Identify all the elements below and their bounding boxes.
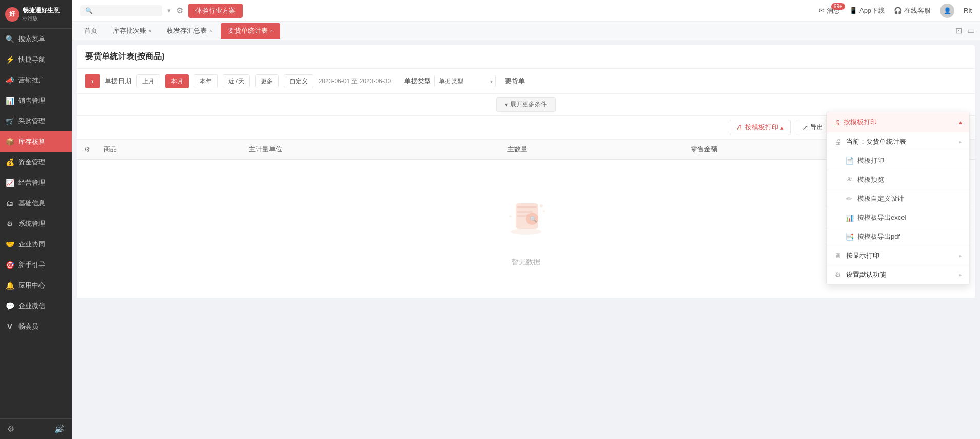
trial-button[interactable]: 体验行业方案	[188, 4, 243, 18]
dropdown-export-pdf[interactable]: 📑 按模板导出pdf	[827, 227, 969, 246]
date-range-display: 2023-06-01 至 2023-06-30	[319, 77, 391, 86]
sidebar-item-operations[interactable]: 📈 经营管理	[0, 173, 72, 193]
dropdown-template-print[interactable]: 📄 模板打印	[827, 151, 969, 170]
expand-icon: ▾	[505, 101, 508, 108]
tab-batch-account[interactable]: 库存批次账 ×	[106, 23, 159, 39]
export-button[interactable]: ↗ 导出	[796, 120, 830, 135]
col-goods: 商品	[97, 140, 243, 160]
dropdown-current-template[interactable]: 🖨 当前：要货单统计表 ▸	[827, 132, 969, 151]
search-icon: 🔍	[5, 34, 14, 44]
more-btn[interactable]: 更多	[255, 74, 279, 88]
mobile-icon: 📱	[849, 7, 857, 14]
topbar-search[interactable]: 🔍	[80, 5, 162, 16]
sidebar-item-sales[interactable]: 📊 销售管理	[0, 90, 72, 111]
prev-month-btn[interactable]: 上月	[136, 74, 160, 88]
sidebar-item-search[interactable]: 🔍 搜索菜单	[0, 29, 72, 49]
sidebar-item-purchase[interactable]: 🛒 采购管理	[0, 111, 72, 131]
sidebar-item-label: 搜索菜单	[18, 34, 45, 44]
dropdown-display-print[interactable]: 🖥 按显示打印 ▸	[827, 246, 969, 265]
preview-icon: 👁	[845, 176, 853, 184]
printer-small-icon: 🖨	[834, 138, 842, 146]
svg-point-9	[509, 215, 512, 217]
sidebar-item-app-center[interactable]: 🔔 应用中心	[0, 275, 72, 296]
this-year-btn[interactable]: 本年	[194, 74, 218, 88]
sidebar-item-finance[interactable]: 💰 资金管理	[0, 152, 72, 173]
printer-icon: 🖨	[736, 124, 743, 131]
expand-more-button[interactable]: ▾ 展开更多条件	[496, 97, 556, 112]
sound-icon[interactable]: 🔊	[54, 424, 65, 434]
col-settings[interactable]: ⚙	[77, 140, 97, 160]
dropdown-export-excel[interactable]: 📊 按模板导出excel	[827, 208, 969, 227]
online-service-item[interactable]: 🎧 在线客服	[894, 6, 931, 15]
dropdown-collapse-icon[interactable]: ▴	[959, 119, 962, 126]
sidebar-item-label: 畅会员	[18, 322, 38, 331]
custom-btn[interactable]: 自定义	[284, 74, 313, 88]
printer-header-icon: 🖨	[834, 119, 840, 126]
type-select[interactable]: 单据类型	[434, 75, 496, 87]
chevron-icon: ›	[91, 77, 94, 85]
sidebar-item-enterprise-wechat[interactable]: 💬 企业微信	[0, 296, 72, 316]
sidebar-item-inventory[interactable]: 📦 库存核算	[0, 131, 72, 152]
avatar[interactable]: 👤	[940, 4, 954, 18]
sidebar-item-label: 基础信息	[18, 199, 45, 208]
dropdown-template-custom[interactable]: ✏ 模板自定义设计	[827, 189, 969, 208]
tab-minimize-icon[interactable]: ▭	[967, 26, 975, 35]
sidebar-item-label: 企业微信	[18, 301, 45, 311]
svg-rect-2	[517, 206, 537, 208]
sidebar-item-basic[interactable]: 🗂 基础信息	[0, 193, 72, 214]
chevron-right-icon3: ▸	[959, 272, 962, 278]
marketing-icon: 📣	[5, 75, 14, 85]
sidebar-item-member[interactable]: V 畅会员	[0, 316, 72, 337]
svg-text:🔍: 🔍	[530, 215, 537, 223]
app-center-icon: 🔔	[5, 281, 14, 290]
main-area: 🔍 ▾ ⚙ 体验行业方案 ✉ 消息 99+ 📱 App下载 🎧 在线客服 👤 R…	[72, 0, 980, 439]
sidebar-item-label: 资金管理	[18, 158, 45, 167]
chevron-right-icon2: ▸	[959, 253, 962, 259]
sidebar-item-marketing[interactable]: 📣 营销推广	[0, 70, 72, 90]
sidebar: 好 畅捷通好生意 标准版 🔍 搜索菜单 ⚡ 快捷导航 📣 营销推广 📊 销售管理…	[0, 0, 72, 439]
enterprise-icon: 🤝	[5, 240, 14, 249]
svg-point-8	[543, 210, 545, 212]
filter-toggle-button[interactable]: ›	[85, 74, 100, 88]
sidebar-bottom: ⚙ 🔊	[0, 418, 72, 439]
tab-close-batch-account[interactable]: ×	[148, 28, 151, 34]
operations-icon: 📈	[5, 178, 14, 187]
page-title: 要货单统计表(按商品)	[85, 52, 165, 61]
tab-home[interactable]: 首页	[77, 23, 105, 39]
settings-icon[interactable]: ⚙	[7, 424, 14, 434]
svg-point-7	[540, 204, 543, 207]
display-icon: 🖥	[834, 252, 842, 260]
message-item[interactable]: ✉ 消息 99+	[819, 6, 840, 15]
wechat-icon: 💬	[5, 301, 14, 311]
tab-order-stats[interactable]: 要货单统计表 ×	[221, 23, 280, 39]
newbie-icon: 🎯	[5, 260, 14, 270]
dropdown-set-default[interactable]: ⚙ 设置默认功能 ▸	[827, 265, 969, 284]
sidebar-item-label: 营销推广	[18, 75, 45, 85]
gear-icon[interactable]: ⚙	[176, 6, 183, 15]
excel-icon: 📊	[845, 214, 853, 222]
last7days-btn[interactable]: 近7天	[223, 74, 250, 88]
dropdown-header: 🖨 按模板打印 ▴	[827, 112, 969, 132]
page-header: 要货单统计表(按商品)	[77, 45, 975, 68]
sidebar-item-label: 采购管理	[18, 117, 45, 126]
sidebar-item-system[interactable]: ⚙ 系统管理	[0, 214, 72, 234]
chevron-down-icon[interactable]: ▾	[167, 7, 171, 14]
sidebar-logo-text: 畅捷通好生意 标准版	[23, 6, 60, 22]
sidebar-item-label: 新手引导	[18, 260, 45, 270]
dropdown-template-preview[interactable]: 👁 模板预览	[827, 170, 969, 189]
finance-icon: 💰	[5, 158, 14, 167]
tab-close-receipt-summary[interactable]: ×	[209, 28, 212, 34]
type-filter-label: 单据类型	[404, 77, 431, 86]
search-icon: 🔍	[85, 7, 93, 14]
tab-receipt-summary[interactable]: 收发存汇总表 ×	[160, 23, 219, 39]
sidebar-item-quick-nav[interactable]: ⚡ 快捷导航	[0, 49, 72, 70]
app-download-item[interactable]: 📱 App下载	[849, 6, 885, 15]
this-month-btn[interactable]: 本月	[165, 74, 189, 88]
print-template-button[interactable]: 🖨 按模板打印 ▴	[730, 120, 791, 135]
sidebar-item-enterprise[interactable]: 🤝 企业协同	[0, 234, 72, 255]
sidebar-item-newbie[interactable]: 🎯 新手引导	[0, 255, 72, 275]
tab-expand-icon[interactable]: ⊡	[955, 26, 962, 35]
sidebar-item-label: 企业协同	[18, 240, 45, 249]
tab-close-order-stats[interactable]: ×	[270, 28, 273, 34]
table-settings-icon[interactable]: ⚙	[84, 146, 90, 154]
